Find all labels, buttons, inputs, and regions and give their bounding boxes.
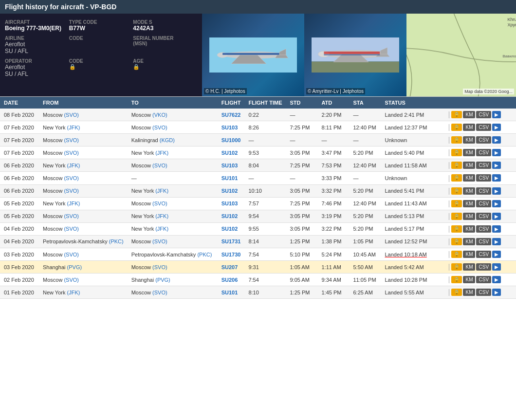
lock-button[interactable]: 🔒 [451,149,462,156]
flight-link[interactable]: SU102 [221,213,238,219]
play-button[interactable]: ▶ [492,213,501,220]
play-button[interactable]: ▶ [492,136,501,144]
play-button[interactable]: ▶ [492,225,501,233]
csv-button[interactable]: CSV [476,213,491,220]
flight-link[interactable]: SU206 [221,277,238,283]
flight-link[interactable]: SU102 [221,188,238,194]
csv-button[interactable]: CSV [476,289,491,296]
from-code-link[interactable]: (JFK) [67,201,80,206]
from-code-link[interactable]: (JFK) [67,125,80,130]
lock-button[interactable]: 🔒 [451,200,462,207]
from-code-link[interactable]: (PKC) [109,238,124,244]
csv-button[interactable]: CSV [476,200,491,207]
from-code-link[interactable]: (SVO) [64,188,79,194]
lock-button[interactable]: 🔒 [451,251,462,258]
flight-link[interactable]: SU1000 [221,137,241,143]
km-button[interactable]: KM [463,213,475,220]
km-button[interactable]: KM [463,251,475,258]
km-button[interactable]: KM [463,111,475,118]
flight-link[interactable]: SU207 [221,264,238,270]
csv-button[interactable]: CSV [476,162,491,169]
to-code-link[interactable]: (PVG) [155,277,170,283]
to-code-link[interactable]: (JFK) [155,188,168,194]
play-button[interactable]: ▶ [492,174,501,182]
km-button[interactable]: KM [463,187,475,195]
play-button[interactable]: ▶ [492,251,501,258]
to-code-link[interactable]: (SVO) [152,238,167,244]
from-code-link[interactable]: (JFK) [67,290,80,295]
flight-link[interactable]: SU102 [221,226,238,232]
km-button[interactable]: KM [463,289,475,296]
from-code-link[interactable]: (SVO) [64,112,79,118]
lock-button[interactable]: 🔒 [451,213,462,220]
lock-button[interactable]: 🔒 [451,187,462,195]
km-button[interactable]: KM [463,136,475,144]
lock-button[interactable]: 🔒 [451,124,462,131]
km-button[interactable]: KM [463,174,475,182]
lock-button[interactable]: 🔒 [451,111,462,118]
flight-link[interactable]: SU103 [221,201,238,206]
csv-button[interactable]: CSV [476,111,491,118]
km-button[interactable]: KM [463,263,475,271]
lock-button[interactable]: 🔒 [451,136,462,144]
lock-button[interactable]: 🔒 [451,276,462,283]
play-button[interactable]: ▶ [492,238,501,245]
lock-button[interactable]: 🔒 [451,289,462,296]
csv-button[interactable]: CSV [476,187,491,195]
play-button[interactable]: ▶ [492,187,501,195]
lock-button[interactable]: 🔒 [451,263,462,271]
lock-button[interactable]: 🔒 [451,174,462,182]
from-code-link[interactable]: (PVG) [67,264,82,270]
csv-button[interactable]: CSV [476,149,491,156]
to-code-link[interactable]: (SVO) [152,125,167,130]
csv-button[interactable]: CSV [476,263,491,271]
play-button[interactable]: ▶ [492,263,501,271]
from-code-link[interactable]: (JFK) [67,163,80,168]
to-code-link[interactable]: (JFK) [155,226,168,232]
to-code-link[interactable]: (SVO) [152,201,167,206]
play-button[interactable]: ▶ [492,111,501,118]
km-button[interactable]: KM [463,162,475,169]
flight-link[interactable]: SU103 [221,163,238,168]
km-button[interactable]: KM [463,200,475,207]
play-button[interactable]: ▶ [492,289,501,296]
lock-button[interactable]: 🔒 [451,238,462,245]
to-code-link[interactable]: (KGD) [160,137,175,143]
from-code-link[interactable]: (SVO) [64,252,79,257]
flight-link[interactable]: SU1730 [221,252,241,257]
play-button[interactable]: ▶ [492,124,501,131]
to-code-link[interactable]: (SVO) [152,264,167,270]
from-code-link[interactable]: (SVO) [64,150,79,156]
km-button[interactable]: KM [463,225,475,233]
from-code-link[interactable]: (SVO) [64,175,79,181]
play-button[interactable]: ▶ [492,276,501,283]
flight-link[interactable]: SU101 [221,290,238,295]
from-code-link[interactable]: (SVO) [64,277,79,283]
play-button[interactable]: ▶ [492,149,501,156]
csv-button[interactable]: CSV [476,251,491,258]
km-button[interactable]: KM [463,276,475,283]
play-button[interactable]: ▶ [492,162,501,169]
flight-link[interactable]: SU1731 [221,238,241,244]
csv-button[interactable]: CSV [476,225,491,233]
csv-button[interactable]: CSV [476,174,491,182]
lock-button[interactable]: 🔒 [451,225,462,233]
to-code-link[interactable]: (VKO) [152,112,167,118]
to-code-link[interactable]: (JFK) [155,213,168,219]
csv-button[interactable]: CSV [476,124,491,131]
csv-button[interactable]: CSV [476,136,491,144]
to-code-link[interactable]: (SVO) [152,163,167,168]
to-code-link[interactable]: (JFK) [155,150,168,156]
flight-link[interactable]: SU102 [221,150,238,156]
to-code-link[interactable]: (PKC) [197,252,212,257]
km-button[interactable]: KM [463,238,475,245]
lock-button[interactable]: 🔒 [451,162,462,169]
csv-button[interactable]: CSV [476,238,491,245]
from-code-link[interactable]: (SVO) [64,213,79,219]
csv-button[interactable]: CSV [476,276,491,283]
to-code-link[interactable]: (SVO) [152,290,167,295]
from-code-link[interactable]: (SVO) [64,137,79,143]
flight-link[interactable]: SU101 [221,175,238,181]
flight-link[interactable]: SU103 [221,125,238,130]
km-button[interactable]: KM [463,124,475,131]
